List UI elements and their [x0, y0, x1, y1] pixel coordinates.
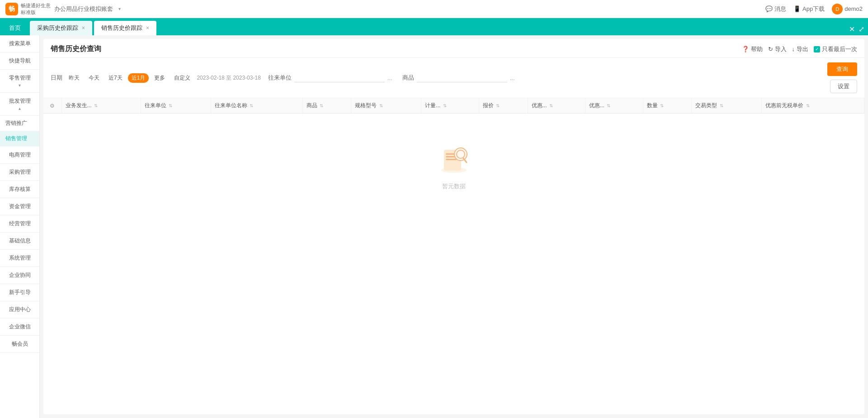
empty-state: 暂元数据: [43, 114, 864, 218]
tab-purchase-history[interactable]: 采购历史价跟踪 ×: [30, 21, 92, 35]
sidebar-item-quick-nav[interactable]: 快捷导航: [0, 52, 39, 70]
sidebar-item-wholesale[interactable]: 批发管理 ▴: [0, 93, 39, 116]
th-discount1[interactable]: 优惠... ⇅: [528, 98, 585, 114]
filter-right: 查询 设置: [827, 62, 857, 93]
th-quote[interactable]: 报价 ⇅: [479, 98, 528, 114]
th-unit[interactable]: 计量... ⇅: [421, 98, 479, 114]
tab-home[interactable]: 首页: [2, 21, 28, 35]
table-header-row: ⚙ 业务发生... ⇅ 往来单位 ⇅ 往来单位名称 ⇅: [43, 98, 864, 114]
finance-label: 资金管理: [9, 203, 31, 210]
tab-purchase-history-label: 采购历史价跟踪: [37, 24, 78, 32]
sidebar-item-retail[interactable]: 零售管理 ▾: [0, 70, 39, 93]
only-last-checkbox[interactable]: ✓: [814, 46, 820, 52]
user-menu[interactable]: D demo2: [832, 4, 863, 14]
dropdown-icon[interactable]: ▾: [118, 6, 121, 11]
retail-label: 零售管理: [9, 74, 31, 82]
top-bar-left: 畅 畅捷通好生意 标准版 办公用品行业模拟账套 ▾: [5, 2, 121, 15]
sidebar-item-app-center[interactable]: 应用中心: [0, 301, 39, 318]
th-biz-date[interactable]: 业务发生... ⇅: [61, 98, 141, 114]
sort-discount1-icon: ⇅: [549, 103, 553, 108]
date-btn-today[interactable]: 今天: [85, 73, 103, 83]
wechat-label: 企业微信: [9, 323, 31, 331]
tab-sales-history-label: 销售历史价跟踪: [101, 24, 142, 32]
retail-arrow-icon: ▾: [19, 83, 21, 88]
quick-nav-label: 快捷导航: [9, 57, 31, 65]
date-btn-1month[interactable]: 近1月: [128, 73, 149, 83]
sidebar-sub-marketing[interactable]: 营销推广: [0, 116, 39, 131]
sidebar-item-finance[interactable]: 资金管理: [0, 198, 39, 215]
th-partner-code[interactable]: 往来单位 ⇅: [141, 98, 211, 114]
sort-trade-type-icon: ⇅: [720, 103, 723, 108]
date-filter-group: 日期 昨天 今天 近7天 近1月 更多 自定义 2023-02-18 至 202…: [51, 73, 261, 83]
app-center-label: 应用中心: [9, 306, 31, 314]
date-btn-yesterday[interactable]: 昨天: [65, 73, 83, 83]
product-ellipsis[interactable]: ...: [510, 75, 515, 81]
export-btn[interactable]: ↓ 导出: [792, 45, 809, 53]
tab-purchase-close-icon[interactable]: ×: [82, 25, 85, 31]
sidebar-item-wechat[interactable]: 企业微信: [0, 318, 39, 336]
date-btn-more[interactable]: 更多: [151, 73, 169, 83]
date-btn-7days[interactable]: 近7天: [105, 73, 126, 83]
sidebar-item-search-menu[interactable]: 搜索菜单: [0, 35, 39, 52]
table-container: ⚙ 业务发生... ⇅ 往来单位 ⇅ 往来单位名称 ⇅: [43, 98, 864, 414]
date-btn-custom[interactable]: 自定义: [170, 73, 194, 83]
th-quantity[interactable]: 数量 ⇅: [643, 98, 692, 114]
empty-icon: [436, 141, 472, 177]
message-btn[interactable]: 💬 消息: [765, 5, 786, 13]
th-settings[interactable]: ⚙: [43, 98, 61, 114]
partner-ellipsis[interactable]: ...: [387, 75, 392, 81]
sidebar-item-purchase[interactable]: 采购管理: [0, 164, 39, 181]
content-area: 销售历史价查询 ❓ 帮助 ↻ 导入 ↓ 导出 ✓: [40, 35, 868, 418]
sort-spec-icon: ⇅: [379, 103, 383, 108]
product-input[interactable]: [417, 73, 507, 82]
sidebar-item-system[interactable]: 系统管理: [0, 250, 39, 267]
th-trade-type[interactable]: 交易类型 ⇅: [692, 98, 762, 114]
th-discount2[interactable]: 优惠... ⇅: [585, 98, 643, 114]
help-btn[interactable]: ❓ 帮助: [742, 45, 763, 53]
sales-mgmt-label: 销售管理: [5, 135, 27, 142]
sidebar-item-inventory[interactable]: 库存核算: [0, 181, 39, 198]
tab-sales-history[interactable]: 销售历史价跟踪 ×: [94, 21, 156, 35]
ecommerce-label: 电商管理: [9, 151, 31, 159]
partner-input[interactable]: [294, 73, 385, 82]
system-label: 系统管理: [9, 254, 31, 262]
page-container: 销售历史价查询 ❓ 帮助 ↻ 导入 ↓ 导出 ✓: [43, 39, 864, 414]
page-header-actions: ❓ 帮助 ↻ 导入 ↓ 导出 ✓ 只看最后一次: [742, 45, 858, 53]
query-button[interactable]: 查询: [827, 62, 857, 76]
import-btn[interactable]: ↻ 导入: [768, 45, 787, 53]
sidebar-item-basic-info[interactable]: 基础信息: [0, 233, 39, 250]
sidebar-item-guide[interactable]: 新手引导: [0, 284, 39, 301]
sidebar-item-ecommerce[interactable]: 电商管理: [0, 147, 39, 164]
th-spec[interactable]: 规格型号 ⇅: [351, 98, 421, 114]
sidebar-item-operations[interactable]: 经营管理: [0, 215, 39, 233]
only-last-checkbox-area[interactable]: ✓ 只看最后一次: [814, 45, 857, 53]
page-header: 销售历史价查询 ❓ 帮助 ↻ 导入 ↓ 导出 ✓: [43, 39, 864, 58]
svg-rect-4: [446, 159, 457, 160]
guide-label: 新手引导: [9, 289, 31, 296]
settings-button[interactable]: 设置: [830, 80, 857, 93]
sidebar-item-enterprise[interactable]: 企业协同: [0, 267, 39, 284]
tab-sales-close-icon[interactable]: ×: [146, 25, 149, 31]
th-pre-tax-price[interactable]: 优惠前无税单价 ⇅: [762, 98, 864, 114]
basic-info-label: 基础信息: [9, 237, 31, 245]
sidebar: 搜索菜单 快捷导航 零售管理 ▾ 批发管理 ▴ 营销推广 销售管理 电商管理 采…: [0, 35, 40, 418]
main-layout: 搜索菜单 快捷导航 零售管理 ▾ 批发管理 ▴ 营销推广 销售管理 电商管理 采…: [0, 35, 868, 418]
data-table: ⚙ 业务发生... ⇅ 往来单位 ⇅ 往来单位名称 ⇅: [43, 98, 864, 114]
th-partner-name[interactable]: 往来单位名称 ⇅: [211, 98, 302, 114]
sidebar-item-member[interactable]: 畅会员: [0, 336, 39, 353]
logo-area: 畅 畅捷通好生意 标准版: [5, 2, 51, 15]
sort-unit-icon: ⇅: [443, 103, 447, 108]
th-product[interactable]: 商品 ⇅: [302, 98, 351, 114]
enterprise-label: 企业协同: [9, 271, 31, 279]
member-label: 畅会员: [12, 340, 28, 348]
app-title: 办公用品行业模拟账套: [54, 5, 113, 13]
sort-partner-name-icon: ⇅: [250, 103, 253, 108]
wholesale-arrow-icon: ▴: [19, 106, 21, 111]
date-range-display: 2023-02-18 至 2023-03-18: [197, 74, 260, 82]
sidebar-sub-sales-mgmt[interactable]: 销售管理: [0, 131, 39, 147]
tab-home-label: 首页: [9, 24, 21, 32]
partner-filter-group: 往来单位 ... 商品 ...: [268, 73, 820, 82]
download-btn[interactable]: 📱 App下载: [793, 5, 825, 13]
fullscreen-icon[interactable]: ⤢: [859, 25, 864, 33]
close-all-icon[interactable]: ✕: [849, 25, 855, 33]
